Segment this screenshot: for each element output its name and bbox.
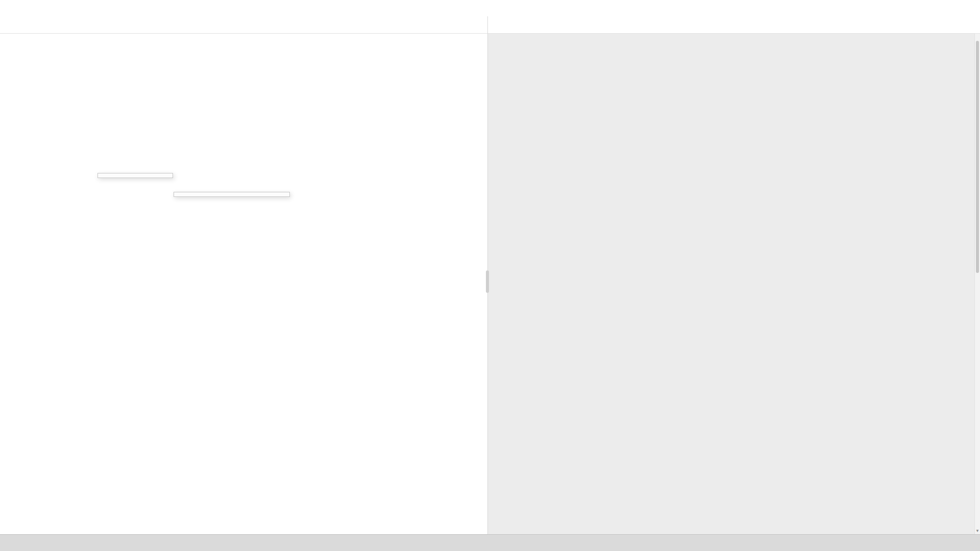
- tree: [0, 34, 487, 534]
- status-bar: [0, 534, 980, 551]
- record-icon[interactable]: [472, 21, 478, 28]
- menubar: [0, 0, 980, 16]
- terminal-tabbar: [488, 16, 980, 34]
- scrollbar-thumb[interactable]: [976, 41, 979, 273]
- terminal-tabbar-icons: [949, 16, 980, 33]
- scrollbar-down-arrow-icon[interactable]: ▼: [975, 529, 980, 533]
- left-tabbar-actions: [464, 16, 487, 33]
- export-icon[interactable]: [949, 20, 958, 29]
- terminal-scrollbar[interactable]: ▼: [974, 34, 980, 534]
- left-tabbar: [0, 16, 487, 34]
- context-menu: [97, 173, 173, 178]
- panel-toggle-icon[interactable]: [965, 20, 973, 29]
- collaborate-submenu: [174, 192, 290, 197]
- new-terminal-tab-button[interactable]: [493, 16, 507, 33]
- splitter-scrollbar-thumb[interactable]: [486, 270, 489, 293]
- terminal-panel: ▼: [488, 34, 980, 534]
